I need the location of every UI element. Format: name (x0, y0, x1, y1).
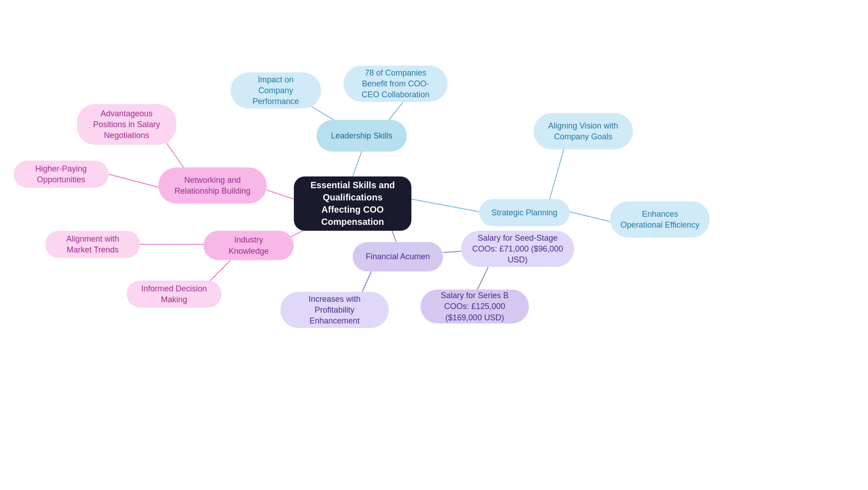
industry-knowledge-label: Industry Knowledge (213, 234, 284, 257)
impact-company-label: Impact on Company Performance (241, 74, 311, 107)
svg-line-6 (267, 190, 294, 199)
center-node: Essential Skills and Qualifications Affe… (294, 176, 411, 231)
aligning-vision-label: Aligning Vision with Company Goals (543, 120, 623, 143)
svg-line-0 (353, 152, 362, 176)
strategic-planning-node: Strategic Planning (479, 199, 570, 226)
svg-line-5 (570, 212, 610, 222)
enhances-efficiency-node: Enhances Operational Efficiency (610, 201, 710, 238)
financial-acumen-label: Financial Acumen (366, 251, 430, 262)
advantageous-positions-node: Advantageous Positions in Salary Negotia… (77, 104, 176, 145)
increases-profitability-node: Increases with Profitability Enhancement (280, 292, 389, 328)
svg-line-8 (108, 174, 160, 188)
svg-line-4 (547, 145, 565, 208)
industry-knowledge-node: Industry Knowledge (203, 231, 294, 260)
advantageous-positions-label: Advantageous Positions in Salary Negotia… (87, 108, 166, 141)
salary-seed-node: Salary for Seed-Stage COOs: £71,000 ($96… (461, 231, 574, 267)
leadership-skills-label: Leadership Skills (331, 130, 392, 141)
svg-line-3 (411, 199, 479, 212)
svg-line-14 (443, 251, 463, 252)
informed-decision-node: Informed Decision Making (127, 281, 222, 308)
alignment-market-node: Alignment with Market Trends (45, 231, 140, 258)
increases-profitability-label: Increases with Profitability Enhancement (290, 294, 379, 327)
salary-series-node: Salary for Series B COOs: £125,000 ($169… (420, 290, 529, 323)
financial-acumen-node: Financial Acumen (353, 242, 443, 271)
leadership-skills-node: Leadership Skills (316, 120, 407, 152)
higher-paying-label: Higher-Paying Opportunities (24, 163, 99, 186)
svg-line-15 (477, 267, 488, 290)
companies-benefit-node: 78 of Companies Benefit from COO-CEO Col… (344, 66, 448, 102)
salary-series-label: Salary for Series B COOs: £125,000 ($169… (430, 290, 519, 323)
informed-decision-label: Informed Decision Making (137, 283, 212, 305)
networking-node: Networking and Relationship Building (158, 167, 267, 204)
alignment-market-label: Alignment with Market Trends (55, 233, 130, 256)
salary-seed-label: Salary for Seed-Stage COOs: £71,000 ($96… (471, 233, 564, 266)
networking-label: Networking and Relationship Building (168, 175, 257, 197)
center-node-label: Essential Skills and Qualifications Affe… (304, 179, 401, 228)
enhances-efficiency-label: Enhances Operational Efficiency (620, 209, 700, 231)
companies-benefit-label: 78 of Companies Benefit from COO-CEO Col… (354, 67, 438, 100)
strategic-planning-label: Strategic Planning (491, 207, 557, 218)
aligning-vision-node: Aligning Vision with Company Goals (533, 113, 633, 149)
higher-paying-node: Higher-Paying Opportunities (14, 161, 108, 188)
impact-company-node: Impact on Company Performance (231, 72, 321, 109)
